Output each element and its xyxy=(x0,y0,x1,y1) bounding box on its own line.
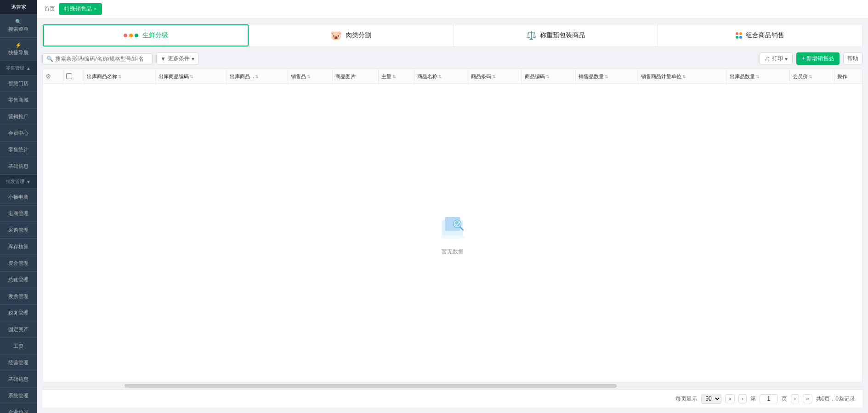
add-button[interactable]: + 新增销售品 xyxy=(796,52,840,65)
pagination: 每页显示 50 « ‹ 第 页 › » 共0页，0条记录 xyxy=(42,390,862,407)
col-goods-barcode: 商品条码⇅ xyxy=(468,69,522,84)
tab-meat-cut-label: 肉类分割 xyxy=(346,31,371,40)
tab-weight-prepack[interactable]: ⚖️ 称重预包装商品 xyxy=(454,24,658,46)
sort-icon[interactable]: ⇅ xyxy=(190,75,193,79)
sidebar-item-inventory-check[interactable]: 库存核算 xyxy=(0,239,37,255)
col-sale-goods-label: 销售品 xyxy=(291,74,306,79)
first-page-button[interactable]: « xyxy=(725,394,735,403)
help-button[interactable]: 帮助 xyxy=(843,52,862,65)
col-goods-img-label: 商品图片 xyxy=(335,74,356,79)
table-header-row: ⚙ 出库商品名称⇅ 出库商品编码⇅ 出库商品...⇅ 销售品⇅ 商品图片 主量⇅… xyxy=(43,69,862,84)
sidebar-item-ecom-mgmt[interactable]: 电商管理 xyxy=(0,206,37,222)
search-box[interactable]: 🔍 xyxy=(42,53,153,64)
sidebar-item-label: 总账管理 xyxy=(8,276,28,283)
sidebar-item-purchase-mgmt[interactable]: 采购管理 xyxy=(0,222,37,239)
tab-weight-prepack-label: 称重预包装商品 xyxy=(540,31,585,40)
sort-icon[interactable]: ⇅ xyxy=(392,75,396,79)
search-input[interactable] xyxy=(55,56,148,62)
sidebar-item-invoice-mgmt[interactable]: 发票管理 xyxy=(0,288,37,305)
col-gear[interactable]: ⚙ xyxy=(43,69,63,84)
tab-combo-sale-label: 组合商品销售 xyxy=(746,31,784,40)
prev-page-button[interactable]: ‹ xyxy=(738,394,747,403)
tab-fresh-grade[interactable]: 生鲜分级 xyxy=(43,24,249,46)
sidebar-item-capital-mgmt[interactable]: 资金管理 xyxy=(0,255,37,272)
sidebar-item-member-center[interactable]: 会员中心 xyxy=(0,125,37,142)
quick-nav-icon: ⚡ xyxy=(15,42,22,48)
sidebar-item-retail-mgmt[interactable]: 零售管理 ▲ xyxy=(0,61,37,75)
sidebar-item-label: 固定资产 xyxy=(8,326,28,333)
sidebar-item-fixed-assets[interactable]: 固定资产 xyxy=(0,321,37,338)
sidebar: 迅管家 🔍 搜索菜单 ⚡ 快捷导航 零售管理 ▲ 智慧门店 零售商城 营销推广 … xyxy=(0,0,37,413)
sort-icon[interactable]: ⇅ xyxy=(118,75,122,79)
main-content: 首页 特殊销售品 × 生鲜分级 🐷 肉类分割 xyxy=(37,0,868,413)
sidebar-item-quick-nav[interactable]: ⚡ 快捷导航 xyxy=(0,38,37,61)
sort-icon[interactable]: ⇅ xyxy=(546,75,550,79)
table-container: ⚙ 出库商品名称⇅ 出库商品编码⇅ 出库商品...⇅ 销售品⇅ 商品图片 主量⇅… xyxy=(42,69,862,382)
col-sale-qty-label: 销售品数量 xyxy=(579,74,604,79)
filter-icon: ▼ xyxy=(160,56,166,62)
page-unit-label: 页 xyxy=(782,395,787,403)
col-checkbox[interactable] xyxy=(63,69,84,84)
help-label: 帮助 xyxy=(847,55,858,62)
sidebar-item-sales-promo[interactable]: 营销推广 xyxy=(0,109,37,125)
sidebar-item-system-mgmt[interactable]: 系统管理 xyxy=(0,388,37,404)
filter-button[interactable]: ▼ 更多条件 ▾ xyxy=(156,52,199,65)
sidebar-item-enterprise[interactable]: 企业协同 xyxy=(0,404,37,413)
hscroll-thumb[interactable] xyxy=(125,384,617,388)
gear-icon[interactable]: ⚙ xyxy=(45,73,51,80)
col-main-weight: 主量⇅ xyxy=(378,69,414,84)
col-sale-unit: 销售商品计量单位⇅ xyxy=(638,69,727,84)
sidebar-item-basic-info[interactable]: 基础信息 xyxy=(0,158,37,175)
sidebar-item-retail-mall[interactable]: 零售商城 xyxy=(0,92,37,109)
hscroll-bar[interactable] xyxy=(42,384,862,388)
sidebar-item-label: 智慧门店 xyxy=(8,80,28,87)
tab-meat-cut[interactable]: 🐷 肉类分割 xyxy=(249,24,453,46)
sort-icon[interactable]: ⇅ xyxy=(605,75,608,79)
sidebar-item-wholesale-mgmt[interactable]: 批发管理 ▼ xyxy=(0,175,37,189)
sidebar-item-search-menu[interactable]: 🔍 搜索菜单 xyxy=(0,14,37,38)
sidebar-item-operations-mgmt[interactable]: 经营管理 xyxy=(0,355,37,371)
col-sale-goods: 销售品⇅ xyxy=(288,69,333,84)
sort-icon[interactable]: ⇅ xyxy=(255,75,259,79)
last-page-button[interactable]: » xyxy=(803,394,812,403)
sidebar-item-label: 工资 xyxy=(13,343,23,350)
sort-icon[interactable]: ⇅ xyxy=(438,75,442,79)
topbar-home[interactable]: 首页 xyxy=(44,5,55,13)
sort-icon[interactable]: ⇅ xyxy=(307,75,311,79)
wholesale-mgmt-arrow-icon: ▼ xyxy=(26,179,31,184)
sort-icon[interactable]: ⇅ xyxy=(809,75,812,79)
next-page-button[interactable]: › xyxy=(791,394,799,403)
sidebar-item-label: 税务管理 xyxy=(8,310,28,316)
page-input[interactable] xyxy=(760,394,778,403)
sort-icon[interactable]: ⇅ xyxy=(756,75,760,79)
print-button[interactable]: 🖨 打印 ▾ xyxy=(760,52,793,65)
sidebar-item-label: 零售统计 xyxy=(8,146,28,153)
col-actions-label: 操作 xyxy=(837,74,847,79)
sidebar-item-label: 搜索菜单 xyxy=(8,26,28,33)
sidebar-item-mini-ecom[interactable]: 小畅电商 xyxy=(0,189,37,206)
sidebar-item-basic-info2[interactable]: 基础信息 xyxy=(0,371,37,388)
topbar-tab-label: 特殊销售品 xyxy=(64,5,92,13)
sidebar-logo: 迅管家 xyxy=(0,0,37,14)
sidebar-item-retail-stats[interactable]: 零售统计 xyxy=(0,142,37,158)
sidebar-item-labor[interactable]: 工资 xyxy=(0,338,37,355)
total-label: 共0页，0条记录 xyxy=(816,395,855,403)
col-actions: 操作 xyxy=(834,69,862,84)
per-page-select[interactable]: 50 xyxy=(701,394,721,404)
sidebar-item-label: 电商管理 xyxy=(8,210,28,217)
sidebar-item-tax-mgmt[interactable]: 税务管理 xyxy=(0,305,37,321)
sidebar-item-smart-store[interactable]: 智慧门店 xyxy=(0,75,37,92)
fresh-grade-icon xyxy=(123,33,139,38)
col-sale-qty: 销售品数量⇅ xyxy=(575,69,638,84)
select-all-checkbox[interactable] xyxy=(66,73,72,79)
sidebar-item-general-ledger[interactable]: 总账管理 xyxy=(0,272,37,288)
topbar-tab-close-icon[interactable]: × xyxy=(94,6,96,11)
col-goods-name: 商品名称⇅ xyxy=(414,69,468,84)
empty-icon xyxy=(434,210,471,242)
topbar-active-tab[interactable]: 特殊销售品 × xyxy=(59,3,102,15)
sidebar-item-label: 基础信息 xyxy=(8,163,28,170)
sort-icon[interactable]: ⇅ xyxy=(682,75,686,79)
empty-text: 暂无数据 xyxy=(442,248,464,256)
sort-icon[interactable]: ⇅ xyxy=(492,75,496,79)
tab-combo-sale[interactable]: 组合商品销售 xyxy=(658,24,862,46)
